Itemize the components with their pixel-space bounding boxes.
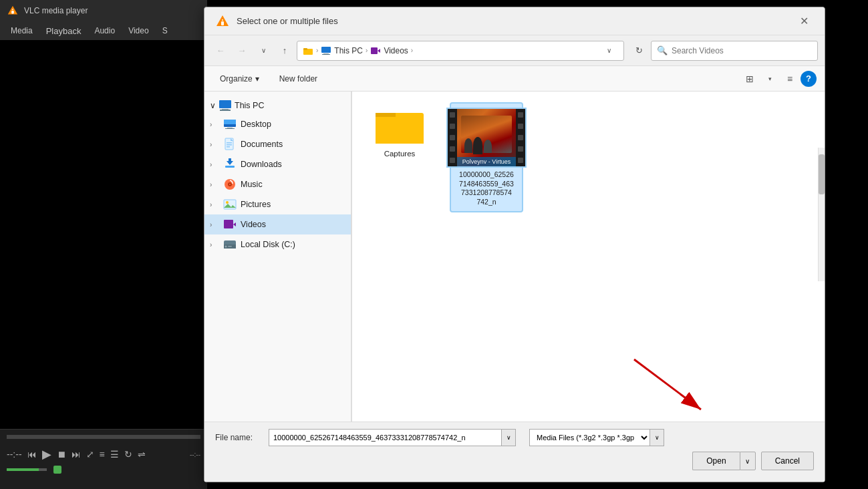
search-input[interactable] [672,46,812,55]
vlc-titlebar: VLC media player [0,0,207,21]
help-button[interactable]: ? [801,71,817,87]
actions-row: Open ∨ Cancel [215,452,814,470]
filename-dropdown-button[interactable]: ∨ [501,429,516,446]
vlc-menubar: Media Playback Audio Video S [0,21,207,40]
svg-rect-8 [321,47,331,53]
filetype-select[interactable]: Media Files (*.3g2 *.3gp *.3gp [529,429,649,446]
organize-label: Organize [220,74,253,84]
downloads-chevron-icon: › [210,161,219,168]
vlc-title-text: VLC media player [24,6,88,15]
svg-rect-4 [221,21,224,25]
cancel-button[interactable]: Cancel [761,452,814,470]
dialog-bottom-bar: File name: ∨ Media Files (*.3g2 *.3gp *.… [204,422,825,482]
new-folder-button[interactable]: New folder [272,70,325,88]
open-button[interactable]: Open [692,452,739,470]
addr-this-pc[interactable]: This PC [321,46,363,55]
svg-rect-17 [224,120,236,124]
addr-videos[interactable]: Videos [370,46,408,55]
filetype-dropdown-button[interactable]: ∨ [649,429,664,446]
film-hole-5 [450,158,455,163]
video-thumbnail: Polveynv - Virtues [446,108,527,168]
sidebar-item-desktop[interactable]: › Desktop [204,114,351,134]
svg-rect-23 [227,144,232,146]
documents-icon [223,138,237,151]
view-large-icons-button[interactable]: ⊞ [740,70,759,88]
new-folder-label: New folder [279,74,317,84]
vlc-extra-controls [0,464,207,475]
svg-rect-15 [220,110,231,111]
file-item-video[interactable]: Polveynv - Virtues 10000000_625267148463… [450,102,523,212]
addr-dropdown-button[interactable]: ∨ [599,41,618,60]
dialog-title: Select one or multiple files [237,16,794,26]
vlc-next-btn[interactable]: ⏭ [71,449,81,460]
filename-input-wrapper: ∨ [269,429,516,446]
filename-input[interactable] [269,429,501,446]
sidebar-this-pc-label: This PC [235,101,264,110]
vlc-loop-btn[interactable]: ↻ [124,449,132,460]
vlc-timeline[interactable] [7,435,200,439]
address-bar[interactable]: › This PC › Videos › ∨ [297,41,624,61]
sidebar-item-videos[interactable]: › Videos [204,214,351,234]
vlc-menu-playback[interactable]: Playback [41,25,87,37]
sidebar-item-pictures[interactable]: › Pictures [204,194,351,214]
vlc-extended-btn[interactable]: ≡ [100,449,105,460]
svg-rect-11 [371,47,378,54]
sidebar-item-documents[interactable]: › Documents [204,134,351,154]
vlc-random-btn[interactable]: ⇌ [138,449,146,460]
vlc-prev-btn[interactable]: ⏮ [27,449,37,460]
filmstrip-left [448,109,457,166]
view-dropdown-button[interactable]: ▾ [760,70,779,88]
nav-forward-button[interactable]: → [233,41,251,60]
toolbar-view-controls: ⊞ ▾ ≡ ? [740,70,817,88]
desktop-chevron-icon: › [210,121,219,128]
address-folder-icon [303,45,313,56]
filetype-wrapper: Media Files (*.3g2 *.3gp *.3gp ∨ [529,429,664,446]
local-disk-icon [223,238,237,251]
vlc-playlist-btn[interactable]: ☰ [110,449,119,460]
vlc-play-btn[interactable]: ▶ [42,447,51,462]
svg-marker-12 [378,49,380,53]
sidebar-documents-label: Documents [241,140,283,149]
videos-chevron-icon: › [210,221,219,228]
vlc-stop-btn[interactable]: ⏹ [57,449,66,460]
film-hole-r4 [518,146,523,152]
sidebar-downloads-label: Downloads [241,160,282,169]
vlc-volume-fill [7,468,39,471]
addr-chevron-1: › [316,47,318,54]
film-hole-3 [450,135,455,140]
vlc-menu-video[interactable]: Video [123,25,154,37]
film-hole-r1 [518,112,523,118]
open-dropdown-button[interactable]: ∨ [740,452,756,470]
nav-recent-dropdown-button[interactable]: ∨ [254,41,273,60]
svg-rect-10 [322,54,330,55]
nav-up-button[interactable]: ↑ [275,41,294,60]
sidebar-this-pc-header[interactable]: ∨ This PC [204,97,351,114]
open-btn-group: Open ∨ [692,452,755,470]
nav-back-button[interactable]: ← [211,41,230,60]
sidebar-item-local-disk[interactable]: › Local Disk (C:) [204,234,351,255]
file-item-captures[interactable]: Captures [363,102,436,212]
search-icon: 🔍 [657,45,668,55]
vlc-time-right: --:-- [190,451,200,458]
downloads-icon [223,158,237,171]
sidebar-item-downloads[interactable]: › Downloads [204,154,351,174]
svg-rect-39 [228,246,232,247]
dialog-close-button[interactable]: ✕ [794,11,814,31]
view-details-button[interactable]: ≡ [780,70,799,88]
organize-arrow-icon: ▾ [255,74,259,84]
search-bar: 🔍 [651,41,818,61]
vlc-volume-bar[interactable] [7,468,47,471]
organize-button[interactable]: Organize ▾ [212,70,267,88]
view-dropdown-icon: ▾ [768,75,772,82]
videos-icon [223,218,237,231]
nav-refresh-button[interactable]: ↻ [629,41,648,60]
sidebar-item-music[interactable]: › Music [204,174,351,194]
vlc-menu-media[interactable]: Media [5,25,38,37]
vlc-fullscreen-btn[interactable]: ⤢ [86,449,94,460]
vlc-menu-audio[interactable]: Audio [89,25,120,37]
vlc-logo-icon [7,5,19,17]
dialog-vlc-icon [215,14,230,29]
vlc-menu-subtitle[interactable]: S [157,25,173,37]
vlc-volume-icon [53,466,61,474]
sidebar: ∨ This PC › [204,92,351,422]
